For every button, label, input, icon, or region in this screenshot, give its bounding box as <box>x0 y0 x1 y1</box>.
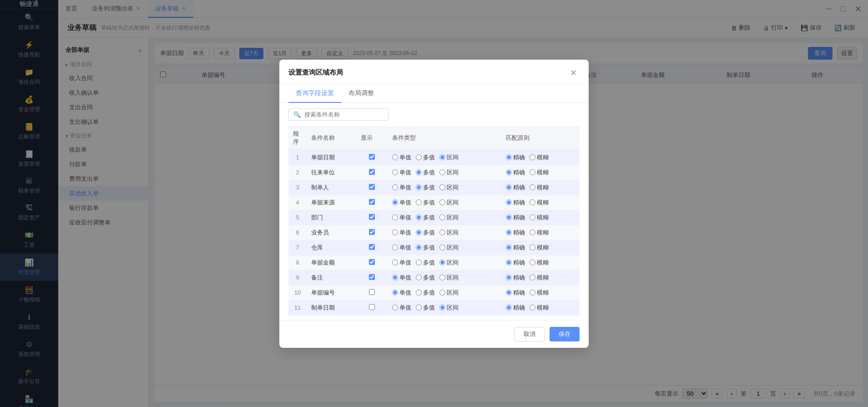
condtype-radio[interactable] <box>439 244 445 250</box>
condtype-radio[interactable] <box>416 199 422 205</box>
display-checkbox[interactable] <box>369 199 375 205</box>
condtype-radio-label[interactable]: 多值 <box>416 304 435 312</box>
condtype-radio-label[interactable]: 多值 <box>416 168 435 177</box>
matchrule-radio[interactable] <box>506 154 512 160</box>
condtype-radio-label[interactable]: 单值 <box>392 274 411 282</box>
matchrule-radio-label[interactable]: 精确 <box>506 304 525 312</box>
condtype-radio-label[interactable]: 多值 <box>416 274 435 282</box>
matchrule-radio-label[interactable]: 精确 <box>506 274 525 282</box>
condtype-radio[interactable] <box>439 229 445 235</box>
modal-save-button[interactable]: 保存 <box>550 327 580 341</box>
tab-layout-settings[interactable]: 布局调整 <box>341 85 381 103</box>
condtype-radio[interactable] <box>392 275 398 280</box>
condtype-radio-label[interactable]: 区间 <box>439 259 459 267</box>
matchrule-radio-label[interactable]: 精确 <box>506 168 525 177</box>
display-checkbox[interactable] <box>369 184 375 190</box>
matchrule-radio-label[interactable]: 模糊 <box>530 214 549 222</box>
condtype-radio[interactable] <box>439 154 445 160</box>
display-checkbox[interactable] <box>369 154 375 160</box>
condtype-radio[interactable] <box>416 259 422 265</box>
matchrule-radio[interactable] <box>506 169 512 175</box>
matchrule-radio[interactable] <box>530 244 535 250</box>
condtype-radio[interactable] <box>416 154 422 160</box>
condtype-radio[interactable] <box>392 229 398 235</box>
matchrule-radio[interactable] <box>506 199 512 205</box>
condtype-radio[interactable] <box>439 214 445 220</box>
condtype-radio[interactable] <box>392 290 398 295</box>
condtype-radio-label[interactable]: 单值 <box>392 214 411 222</box>
condtype-radio[interactable] <box>416 214 422 220</box>
condtype-radio-label[interactable]: 多值 <box>416 289 435 297</box>
tab-field-settings[interactable]: 查询字段设置 <box>288 85 341 103</box>
condtype-radio[interactable] <box>439 275 445 280</box>
condtype-radio[interactable] <box>416 305 422 310</box>
condtype-radio[interactable] <box>439 290 445 295</box>
condtype-radio[interactable] <box>416 290 422 295</box>
condtype-radio-label[interactable]: 区间 <box>439 198 459 207</box>
matchrule-radio-label[interactable]: 模糊 <box>530 274 549 282</box>
matchrule-radio-label[interactable]: 精确 <box>506 214 525 222</box>
matchrule-radio-label[interactable]: 精确 <box>506 244 525 252</box>
modal-search-input[interactable] <box>304 111 384 118</box>
matchrule-radio-label[interactable]: 模糊 <box>530 168 549 177</box>
condtype-radio-label[interactable]: 多值 <box>416 229 435 237</box>
matchrule-radio-label[interactable]: 模糊 <box>530 229 549 237</box>
matchrule-radio[interactable] <box>530 184 535 190</box>
matchrule-radio-label[interactable]: 模糊 <box>530 289 549 297</box>
condtype-radio-label[interactable]: 多值 <box>416 198 435 207</box>
matchrule-radio[interactable] <box>506 259 512 265</box>
matchrule-radio[interactable] <box>530 154 535 160</box>
matchrule-radio[interactable] <box>530 199 535 205</box>
matchrule-radio-label[interactable]: 模糊 <box>530 183 549 192</box>
condtype-radio-label[interactable]: 区间 <box>439 244 459 252</box>
display-checkbox[interactable] <box>369 214 375 220</box>
matchrule-radio[interactable] <box>530 229 535 235</box>
condtype-radio[interactable] <box>416 275 422 280</box>
condtype-radio-label[interactable]: 区间 <box>439 289 459 297</box>
condtype-radio[interactable] <box>439 259 445 265</box>
matchrule-radio[interactable] <box>530 259 535 265</box>
condtype-radio-label[interactable]: 区间 <box>439 153 459 162</box>
condtype-radio[interactable] <box>392 169 398 175</box>
matchrule-radio[interactable] <box>530 169 535 175</box>
matchrule-radio[interactable] <box>530 214 535 220</box>
condtype-radio[interactable] <box>416 169 422 175</box>
matchrule-radio-label[interactable]: 模糊 <box>530 304 549 312</box>
matchrule-radio[interactable] <box>506 214 512 220</box>
condtype-radio[interactable] <box>416 229 422 235</box>
condtype-radio-label[interactable]: 区间 <box>439 229 459 237</box>
condtype-radio-label[interactable]: 区间 <box>439 304 459 312</box>
display-checkbox[interactable] <box>369 244 375 250</box>
matchrule-radio[interactable] <box>506 275 512 280</box>
display-checkbox[interactable] <box>369 169 375 175</box>
matchrule-radio-label[interactable]: 精确 <box>506 229 525 237</box>
condtype-radio-label[interactable]: 多值 <box>416 214 435 222</box>
matchrule-radio[interactable] <box>506 290 512 295</box>
matchrule-radio[interactable] <box>530 275 535 280</box>
matchrule-radio[interactable] <box>506 229 512 235</box>
condtype-radio-label[interactable]: 多值 <box>416 244 435 252</box>
condtype-radio-label[interactable]: 单值 <box>392 153 411 162</box>
condtype-radio-label[interactable]: 单值 <box>392 198 411 207</box>
matchrule-radio-label[interactable]: 模糊 <box>530 244 549 252</box>
display-checkbox[interactable] <box>369 259 375 265</box>
display-checkbox[interactable] <box>369 229 375 235</box>
display-checkbox[interactable] <box>369 289 375 295</box>
condtype-radio-label[interactable]: 区间 <box>439 274 459 282</box>
condtype-radio-label[interactable]: 单值 <box>392 304 411 312</box>
condtype-radio[interactable] <box>439 199 445 205</box>
display-checkbox[interactable] <box>369 304 375 310</box>
condtype-radio[interactable] <box>416 244 422 250</box>
condtype-radio[interactable] <box>439 169 445 175</box>
matchrule-radio-label[interactable]: 精确 <box>506 259 525 267</box>
matchrule-radio[interactable] <box>506 184 512 190</box>
condtype-radio-label[interactable]: 单值 <box>392 183 411 192</box>
matchrule-radio-label[interactable]: 精确 <box>506 153 525 162</box>
condtype-radio-label[interactable]: 单值 <box>392 244 411 252</box>
condtype-radio[interactable] <box>392 305 398 310</box>
display-checkbox[interactable] <box>369 274 375 280</box>
condtype-radio-label[interactable]: 区间 <box>439 168 459 177</box>
matchrule-radio-label[interactable]: 模糊 <box>530 153 549 162</box>
condtype-radio-label[interactable]: 单值 <box>392 259 411 267</box>
matchrule-radio[interactable] <box>530 305 535 310</box>
